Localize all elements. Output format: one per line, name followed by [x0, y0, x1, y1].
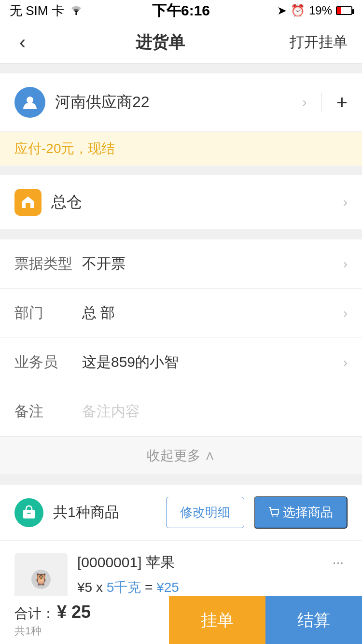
- salesman-value: 这是859的小智: [72, 352, 343, 372]
- product-header: 共1种商品 修改明细 选择商品: [0, 485, 362, 540]
- equals-sign: =: [145, 580, 156, 595]
- bottom-bar: 合计： ¥ 25 共1种 挂单 结算: [0, 596, 362, 644]
- warehouse-arrow-icon: ›: [343, 195, 348, 210]
- collapse-bar[interactable]: 收起更多 ∧: [0, 436, 362, 475]
- ticket-type-label: 票据类型: [14, 254, 72, 274]
- svg-point-6: [277, 516, 278, 517]
- remark-row[interactable]: 备注 备注内容: [0, 387, 362, 436]
- svg-point-5: [272, 516, 274, 517]
- unit-price: ¥5 x: [77, 580, 107, 595]
- top-divider: [0, 64, 362, 73]
- remark-label: 备注: [14, 402, 72, 421]
- modify-detail-button[interactable]: 修改明细: [166, 497, 244, 528]
- product-name: [0000001] 苹果: [77, 553, 319, 573]
- supplier-name: 河南供应商22: [55, 92, 302, 113]
- page-title: 进货单: [136, 31, 185, 54]
- back-button[interactable]: ‹: [14, 27, 30, 58]
- battery-text: 19%: [309, 4, 332, 17]
- warehouse-section: 总仓 ›: [0, 175, 362, 230]
- salesman-arrow-icon: ›: [343, 355, 348, 370]
- supplier-avatar: [14, 87, 45, 118]
- department-label: 部门: [14, 303, 72, 323]
- divider-4: [0, 475, 362, 485]
- status-left: 无 SIM 卡: [10, 2, 84, 19]
- warehouse-row[interactable]: 总仓 ›: [0, 175, 362, 230]
- nav-bar: ‹ 进货单 打开挂单: [0, 21, 362, 64]
- salesman-row[interactable]: 业务员 这是859的小智 ›: [0, 338, 362, 387]
- divider-3: [0, 230, 362, 239]
- status-right: ➤ ⏰ 19%: [277, 4, 352, 17]
- supplier-row[interactable]: 河南供应商22 › +: [0, 73, 362, 132]
- total-amount: ¥ 25: [57, 602, 91, 622]
- svg-text:🦉: 🦉: [34, 572, 48, 586]
- warehouse-icon: [14, 189, 42, 216]
- product-price: ¥5 x 5千克 = ¥25: [77, 578, 319, 597]
- location-icon: ➤: [277, 4, 287, 17]
- open-hang-button[interactable]: 打开挂单: [290, 32, 348, 52]
- warehouse-name: 总仓: [51, 192, 343, 213]
- product-more-button[interactable]: ···: [329, 553, 348, 572]
- product-info: [0000001] 苹果 ¥5 x 5千克 = ¥25: [77, 553, 319, 597]
- select-btn-label: 选择商品: [283, 504, 333, 521]
- status-bar: 无 SIM 卡 下午6:16 ➤ ⏰ 19%: [0, 0, 362, 21]
- salesman-label: 业务员: [14, 352, 72, 372]
- ticket-type-value: 不开票: [72, 254, 343, 274]
- supplier-section: 河南供应商22 › + 应付-20元，现结: [0, 73, 362, 166]
- supplier-arrow-icon: ›: [302, 95, 306, 110]
- carrier-text: 无 SIM 卡: [10, 2, 64, 19]
- product-code: [0000001]: [77, 554, 146, 570]
- department-row[interactable]: 部门 总 部 ›: [0, 289, 362, 338]
- product-icon: [14, 498, 43, 527]
- total-section: 合计： ¥ 25 共1种: [0, 602, 169, 638]
- battery-icon: [336, 6, 352, 15]
- divider-2: [0, 166, 362, 175]
- department-value: 总 部: [72, 303, 343, 323]
- quantity: 5千克: [107, 580, 141, 595]
- svg-rect-4: [27, 513, 31, 514]
- product-count: 共1种商品: [53, 503, 156, 522]
- hang-button[interactable]: 挂单: [169, 596, 265, 644]
- select-product-button[interactable]: 选择商品: [254, 496, 348, 529]
- svg-point-0: [75, 13, 77, 15]
- product-title: 苹果: [146, 554, 175, 570]
- total-count: 共1种: [14, 624, 154, 638]
- wifi-icon: [69, 3, 84, 18]
- svg-point-1: [27, 97, 33, 103]
- vertical-divider: [321, 93, 322, 112]
- status-time: 下午6:16: [152, 1, 210, 21]
- form-section: 票据类型 不开票 › 部门 总 部 › 业务员 这是859的小智 › 备注 备注…: [0, 239, 362, 475]
- alarm-icon: ⏰: [291, 4, 305, 17]
- remark-input[interactable]: 备注内容: [72, 402, 348, 421]
- total-label: 合计：: [14, 604, 55, 623]
- ticket-type-arrow-icon: ›: [343, 256, 348, 272]
- balance-tag: 应付-20元，现结: [0, 132, 362, 166]
- checkout-button[interactable]: 结算: [265, 596, 362, 644]
- cart-icon: [268, 505, 279, 520]
- add-supplier-button[interactable]: +: [336, 92, 348, 113]
- collapse-label: 收起更多 ∧: [147, 447, 216, 465]
- total-price: ¥25: [156, 580, 179, 595]
- department-arrow-icon: ›: [343, 306, 348, 321]
- ticket-type-row[interactable]: 票据类型 不开票 ›: [0, 239, 362, 289]
- svg-rect-3: [23, 510, 35, 518]
- svg-rect-2: [26, 203, 30, 208]
